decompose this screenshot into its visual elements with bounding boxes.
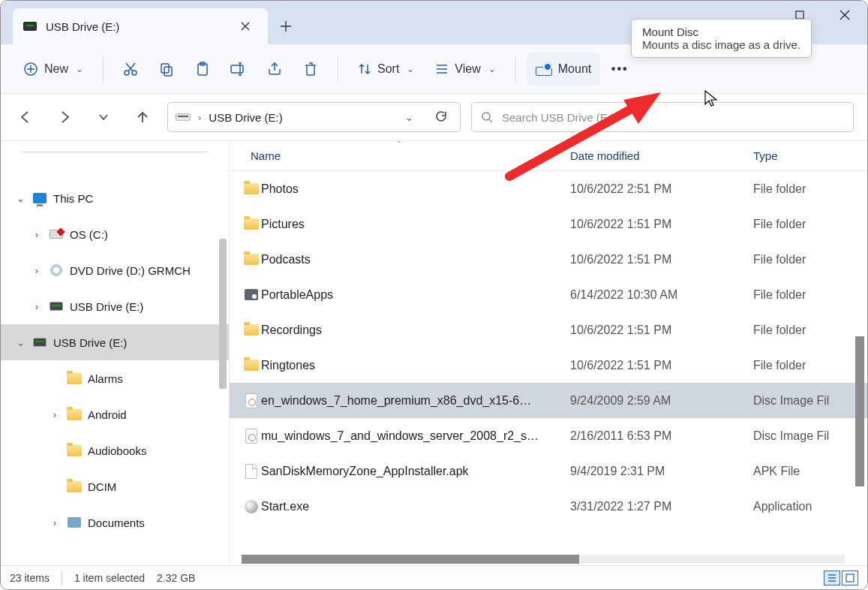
breadcrumb[interactable]: USB Drive (E:) (209, 111, 282, 124)
column-headers: ˄ Name Date modified Type (230, 141, 867, 171)
tree-documents[interactable]: › Documents (1, 504, 229, 540)
file-date: 9/4/2019 2:31 PM (570, 465, 753, 478)
column-name[interactable]: Name (251, 149, 570, 162)
folder-icon (244, 218, 259, 230)
file-type: Disc Image Fil (753, 394, 829, 408)
search-input[interactable] (502, 111, 844, 124)
file-name: en_windows_7_home_premium_x86_dvd_x15-6… (261, 394, 570, 408)
file-type: File folder (753, 253, 806, 266)
tree-this-pc[interactable]: ⌄ This PC (1, 180, 229, 216)
tree-dcim[interactable]: DCIM (1, 468, 229, 504)
tree-android[interactable]: › Android (1, 396, 229, 432)
documents-icon (68, 517, 81, 528)
search-icon (481, 111, 493, 123)
forward-button[interactable] (50, 103, 79, 131)
file-name: mu_windows_7_and_windows_server_2008_r2_… (261, 429, 570, 443)
new-tab-button[interactable] (268, 8, 304, 44)
share-button[interactable] (258, 53, 291, 86)
chevron-down-icon[interactable]: ⌄ (14, 193, 26, 204)
tree-alarms[interactable]: Alarms (1, 360, 229, 396)
tree-usb-e-active[interactable]: ⌄ USB Drive (E:) (1, 324, 229, 360)
file-row[interactable]: en_windows_7_home_premium_x86_dvd_x15-6…… (230, 383, 867, 418)
file-name: Podcasts (261, 253, 570, 266)
chevron-right-icon[interactable]: › (49, 409, 61, 420)
file-row[interactable]: Start.exe3/31/2022 1:27 PMApplication (230, 489, 867, 524)
search-box[interactable] (471, 102, 854, 132)
ellipsis-icon: ••• (611, 62, 629, 76)
file-date: 3/31/2022 1:27 PM (570, 500, 753, 513)
chevron-right-icon[interactable]: › (31, 229, 43, 240)
tree-label: Alarms (88, 372, 123, 385)
file-row[interactable]: Ringtones10/6/2022 1:51 PMFile folder (230, 348, 867, 383)
sidebar-scrollbar[interactable] (219, 239, 227, 389)
explorer-window: USB Drive (E:) New ⌄ (0, 0, 868, 590)
address-bar[interactable]: › USB Drive (E:) ⌄ (167, 102, 461, 132)
sort-button[interactable]: Sort ⌄ (349, 53, 423, 86)
file-row[interactable]: Pictures10/6/2022 1:51 PMFile folder (230, 206, 867, 242)
cut-button[interactable] (114, 53, 147, 86)
chevron-down-icon: ⌄ (488, 64, 496, 74)
folder-icon (67, 481, 82, 492)
file-row[interactable]: Recordings10/6/2022 1:51 PMFile folder (230, 312, 867, 348)
address-history-button[interactable]: ⌄ (398, 112, 421, 123)
chevron-right-icon[interactable]: › (31, 301, 43, 312)
tree-audiobooks[interactable]: Audiobooks (1, 432, 229, 468)
tree-dvd-d[interactable]: › DVD Drive (D:) GRMCH (1, 252, 229, 288)
view-button[interactable]: View ⌄ (426, 53, 504, 86)
file-type: Disc Image Fil (753, 429, 829, 443)
folder-icon (67, 373, 82, 384)
column-date[interactable]: Date modified (570, 149, 753, 162)
tree-os-c[interactable]: › OS (C:) (1, 216, 229, 252)
close-tab-button[interactable] (235, 16, 256, 37)
refresh-button[interactable] (428, 110, 454, 125)
status-items: 23 items (10, 572, 50, 584)
file-name: SanDiskMemoryZone_AppInstaller.apk (261, 465, 570, 478)
file-row[interactable]: Podcasts10/6/2022 1:51 PMFile folder (230, 242, 867, 277)
recent-button[interactable] (89, 103, 118, 131)
details-view-button[interactable] (824, 570, 840, 585)
svg-rect-5 (164, 67, 172, 76)
more-button[interactable]: ••• (603, 53, 636, 86)
main-area: ⌄ This PC › OS (C:) › DVD Drive (D:) GRM… (1, 140, 867, 565)
mount-button[interactable]: Mount (527, 53, 600, 86)
file-row[interactable]: Photos10/6/2022 2:51 PMFile folder (230, 171, 867, 206)
chevron-down-icon[interactable]: ⌄ (14, 337, 26, 348)
vertical-scrollbar[interactable] (855, 336, 864, 486)
copy-button[interactable] (150, 53, 183, 86)
delete-button[interactable] (294, 53, 327, 86)
rename-button[interactable] (222, 53, 255, 86)
sort-label: Sort (377, 62, 399, 76)
file-date: 6/14/2022 10:30 AM (570, 288, 753, 302)
thumbnails-view-button[interactable] (842, 570, 858, 585)
file-name: Photos (261, 182, 570, 196)
file-row[interactable]: PortableApps6/14/2022 10:30 AMFile folde… (230, 277, 867, 312)
horizontal-scrollbar[interactable] (242, 555, 845, 564)
tree-label: USB Drive (E:) (53, 336, 127, 349)
crumb-sep-icon: › (198, 112, 201, 123)
chevron-right-icon[interactable]: › (49, 517, 61, 528)
file-date: 10/6/2022 1:51 PM (570, 359, 753, 372)
disc-image-icon (245, 429, 257, 444)
disc-image-icon (245, 393, 257, 408)
back-button[interactable] (11, 103, 40, 131)
tab-usb-drive[interactable]: USB Drive (E:) (13, 8, 268, 44)
up-button[interactable] (128, 103, 157, 131)
tree-usb-e[interactable]: › USB Drive (E:) (1, 288, 229, 324)
tree-label: Audiobooks (88, 444, 146, 457)
file-type: APK File (753, 465, 800, 478)
file-row[interactable]: SanDiskMemoryZone_AppInstaller.apk9/4/20… (230, 453, 867, 489)
column-type[interactable]: Type (753, 149, 867, 162)
new-button[interactable]: New ⌄ (14, 53, 92, 86)
file-row[interactable]: mu_windows_7_and_windows_server_2008_r2_… (230, 418, 867, 453)
file-date: 2/16/2011 6:53 PM (570, 429, 753, 443)
chevron-right-icon[interactable]: › (31, 265, 43, 276)
rows-container: Photos10/6/2022 2:51 PMFile folderPictur… (230, 171, 867, 524)
svg-rect-8 (231, 65, 243, 73)
paste-button[interactable] (186, 53, 219, 86)
file-icon (245, 464, 257, 479)
nav-row: › USB Drive (E:) ⌄ (1, 94, 867, 140)
file-date: 9/24/2009 2:59 AM (570, 394, 753, 408)
tree-label: Documents (88, 516, 145, 529)
tooltip-description: Mounts a disc image as a drive. (642, 38, 800, 51)
close-window-button[interactable] (822, 1, 867, 29)
